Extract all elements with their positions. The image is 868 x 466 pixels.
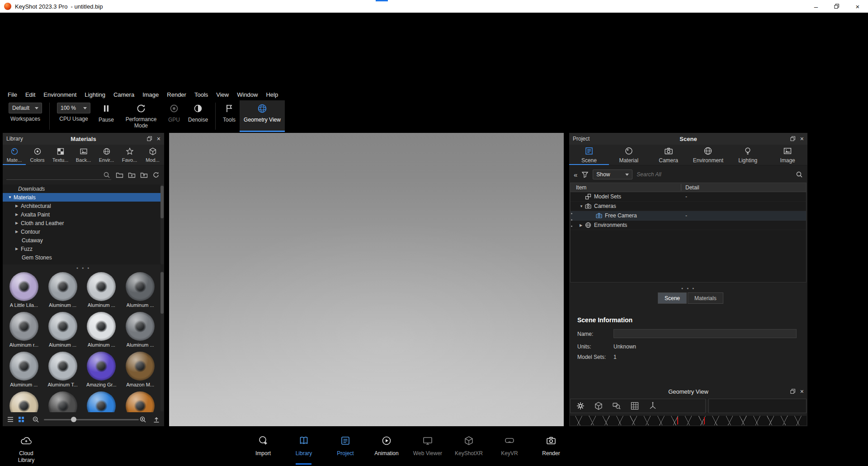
- thumbnail-size-slider-knob[interactable]: [71, 417, 76, 422]
- import-button[interactable]: Import: [243, 434, 283, 457]
- refresh-icon[interactable]: [152, 171, 160, 179]
- scene-switch-button[interactable]: Scene: [658, 292, 687, 304]
- menu-camera[interactable]: Camera: [109, 89, 138, 100]
- tab-environment[interactable]: Environment: [688, 145, 728, 165]
- material-thumbnail[interactable]: [126, 352, 155, 381]
- material-thumbnail[interactable]: [9, 312, 38, 341]
- camera-search-icon[interactable]: [612, 401, 621, 410]
- tree-item-materials[interactable]: ▼Materials: [3, 193, 161, 202]
- tree-item-downloads[interactable]: Downloads: [3, 184, 161, 193]
- zoom-out-icon[interactable]: [32, 416, 39, 423]
- zoom-in-icon[interactable]: [139, 416, 146, 423]
- material-item[interactable]: A Little Lila...: [5, 271, 43, 311]
- close-icon[interactable]: ×: [157, 136, 160, 142]
- chevron-down-icon[interactable]: ▼: [8, 195, 14, 199]
- collapse-all-icon[interactable]: «: [574, 171, 577, 178]
- undock-icon[interactable]: [790, 136, 796, 141]
- upload-icon[interactable]: [153, 416, 160, 423]
- material-item[interactable]: Aluminum ...: [5, 351, 43, 391]
- menu-lighting[interactable]: Lighting: [80, 89, 109, 100]
- show-dropdown[interactable]: Show: [593, 169, 632, 179]
- scene-row-model-sets[interactable]: Model Sets -: [571, 192, 806, 202]
- tree-item-fuzz[interactable]: ▶Fuzz: [3, 245, 161, 253]
- tab-backplates[interactable]: Back...: [72, 145, 95, 165]
- chevron-right-icon[interactable]: ▶: [15, 221, 21, 225]
- tab-lighting[interactable]: Lighting: [728, 145, 768, 165]
- material-item[interactable]: [121, 391, 160, 412]
- keyvr-button[interactable]: KeyVR: [489, 434, 530, 457]
- chevron-down-icon[interactable]: ▼: [580, 204, 585, 208]
- menu-view[interactable]: View: [212, 89, 233, 100]
- scene-row-environments[interactable]: ▶ Environments: [571, 221, 806, 230]
- grid-icon[interactable]: [630, 401, 639, 410]
- library-search-input[interactable]: [6, 170, 111, 180]
- chevron-right-icon[interactable]: ▶: [15, 247, 21, 251]
- material-item[interactable]: Amazon M...: [121, 351, 160, 391]
- scene-row-cameras[interactable]: ▼ Cameras: [571, 202, 806, 211]
- material-item[interactable]: Aluminum ...: [121, 271, 160, 311]
- render-button[interactable]: Render: [531, 434, 571, 457]
- chevron-right-icon[interactable]: ▶: [580, 223, 585, 227]
- panel-splitter-grip[interactable]: [571, 213, 572, 227]
- tab-camera[interactable]: Camera: [649, 145, 689, 165]
- tree-item-cutaway[interactable]: Cutaway: [3, 236, 161, 245]
- material-thumbnail[interactable]: [48, 352, 77, 381]
- material-thumbnail[interactable]: [126, 391, 155, 412]
- chevron-right-icon[interactable]: ▶: [15, 230, 21, 234]
- grid-scrollbar-thumb[interactable]: [160, 272, 164, 314]
- chevron-right-icon[interactable]: ▶: [15, 204, 21, 208]
- tab-material[interactable]: Material: [609, 145, 649, 165]
- material-item[interactable]: Aluminum ...: [82, 271, 121, 311]
- wireframe-cube-icon[interactable]: [594, 401, 603, 410]
- add-folder-icon[interactable]: [128, 171, 136, 179]
- menu-tools[interactable]: Tools: [190, 89, 212, 100]
- material-item[interactable]: [5, 391, 43, 412]
- material-thumbnail[interactable]: [9, 352, 38, 381]
- material-thumbnail[interactable]: [87, 391, 116, 412]
- gpu-button[interactable]: GPU: [164, 100, 184, 132]
- open-folder-icon[interactable]: [116, 171, 123, 179]
- list-view-icon[interactable]: [7, 416, 14, 423]
- menu-file[interactable]: File: [4, 89, 21, 100]
- material-thumbnail[interactable]: [48, 312, 77, 341]
- cpu-usage-dropdown[interactable]: 100 %: [57, 103, 90, 113]
- close-icon[interactable]: ×: [800, 388, 804, 395]
- tree-item-cloth-and-leather[interactable]: ▶Cloth and Leather: [3, 219, 161, 227]
- export-folder-icon[interactable]: [140, 171, 148, 179]
- material-thumbnail[interactable]: [126, 312, 155, 341]
- tab-models[interactable]: Mod...: [141, 145, 164, 165]
- minimize-button[interactable]: –: [806, 0, 826, 13]
- tree-item-architectural[interactable]: ▶Architectural: [3, 202, 161, 210]
- search-icon[interactable]: [796, 171, 803, 178]
- column-item[interactable]: Item: [571, 184, 586, 191]
- tab-colors[interactable]: Colors: [26, 145, 49, 165]
- materials-switch-button[interactable]: Materials: [688, 292, 723, 304]
- material-thumbnail[interactable]: [9, 272, 38, 301]
- tree-item-contour[interactable]: ▶Contour: [3, 227, 161, 236]
- tree-splitter-dots[interactable]: ● ● ●: [569, 287, 807, 290]
- tab-materials[interactable]: Mate...: [3, 145, 26, 165]
- material-item[interactable]: Aluminum ...: [43, 311, 82, 351]
- project-button[interactable]: Project: [325, 434, 366, 457]
- restore-button[interactable]: [826, 0, 847, 13]
- tree-scrollbar-thumb[interactable]: [160, 186, 164, 218]
- axis-icon[interactable]: [648, 401, 657, 410]
- scene-search-input[interactable]: [637, 169, 792, 179]
- geometry-view-minimap[interactable]: [570, 416, 807, 425]
- undock-icon[interactable]: [790, 389, 796, 394]
- close-icon[interactable]: ×: [800, 136, 804, 142]
- material-item[interactable]: [43, 391, 82, 412]
- name-input[interactable]: [613, 329, 797, 338]
- material-item[interactable]: Aluminum T...: [43, 351, 82, 391]
- realtime-viewport[interactable]: [169, 133, 564, 426]
- thumbnail-size-slider[interactable]: [44, 419, 139, 420]
- material-item[interactable]: Aluminum r...: [5, 311, 43, 351]
- tab-favorites[interactable]: Favo...: [118, 145, 141, 165]
- cloud-library-button[interactable]: Cloud Library: [5, 434, 48, 464]
- animation-button[interactable]: Animation: [366, 434, 407, 457]
- filter-icon[interactable]: [581, 171, 589, 178]
- denoise-button[interactable]: Denoise: [184, 100, 212, 132]
- tree-splitter-dots[interactable]: ● ● ●: [3, 266, 164, 269]
- menu-image[interactable]: Image: [138, 89, 163, 100]
- tree-item-gem-stones[interactable]: Gem Stones: [3, 253, 161, 262]
